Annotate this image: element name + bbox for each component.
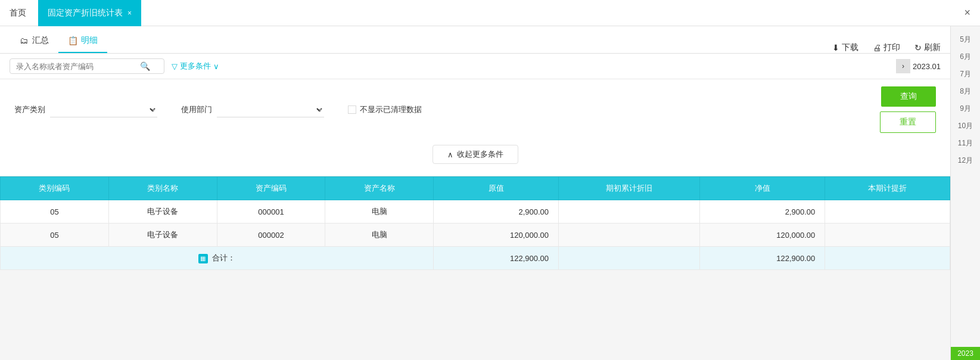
- filter-more-button[interactable]: ▽ 更多条件 ∨: [172, 61, 219, 72]
- total-icon: ▦: [198, 254, 208, 263]
- reset-button[interactable]: 重置: [880, 111, 936, 133]
- month-item[interactable]: 11月: [958, 135, 973, 152]
- month-item[interactable]: 12月: [958, 152, 973, 169]
- table-header-row: 类别编码 类别名称 资产编码 资产名称 原值 期初累计折旧 净值 本期计提折: [1, 177, 950, 200]
- filter-more-label: 更多条件: [180, 61, 211, 72]
- cell-asset-code: 000001: [217, 200, 325, 224]
- filter-icon: ▽: [172, 62, 178, 71]
- col-current-depreciation: 本期计提折: [825, 177, 950, 200]
- right-panel: 5月6月7月8月9月10月11月12月 2023: [950, 26, 980, 360]
- date-nav: › 2023.01: [896, 59, 941, 73]
- month-item[interactable]: 6月: [958, 48, 973, 66]
- department-field: 使用部门: [181, 102, 324, 117]
- asset-category-label: 资产类别: [14, 104, 45, 115]
- tab-detail[interactable]: 📋 明细: [58, 29, 107, 53]
- search-icon: 🔍: [140, 61, 150, 71]
- col-category-code: 类别编码: [1, 177, 109, 200]
- hide-cleared-checkbox[interactable]: [348, 105, 356, 114]
- refresh-icon: ↻: [914, 43, 922, 52]
- filter-row: 资产类别 使用部门 不显示已清理数据: [14, 86, 936, 133]
- print-icon: 🖨: [873, 43, 881, 52]
- total-original-value: 122,900.00: [434, 247, 559, 270]
- total-accumulated: [559, 247, 700, 270]
- print-button[interactable]: 🖨 打印: [873, 42, 900, 53]
- asset-category-field: 资产类别: [14, 102, 157, 117]
- table-row: 05 电子设备 000002 电脑 120,000.00 120,000.00: [1, 224, 950, 247]
- col-net-value: 净值: [700, 177, 825, 200]
- download-icon: ⬇: [832, 43, 839, 52]
- cell-current-depreciation: [825, 224, 950, 247]
- month-item[interactable]: 7月: [958, 66, 973, 83]
- refresh-label: 刷新: [924, 42, 941, 53]
- active-tab[interactable]: 固定资产折旧统计表 ×: [38, 0, 141, 26]
- data-table: 类别编码 类别名称 资产编码 资产名称 原值 期初累计折旧 净值 本期计提折 0…: [0, 176, 950, 270]
- download-button[interactable]: ⬇ 下载: [832, 42, 858, 53]
- top-nav: 首页 固定资产折旧统计表 × ×: [0, 0, 980, 26]
- asset-category-select[interactable]: [50, 102, 157, 117]
- year-badge: 2023: [951, 347, 980, 360]
- total-label-cell: ▦ 合计：: [1, 247, 434, 270]
- month-item[interactable]: 10月: [958, 117, 973, 135]
- date-label: 2023.01: [913, 62, 941, 71]
- hide-cleared-label: 不显示已清理数据: [360, 104, 422, 115]
- cell-accumulated-depreciation: [559, 200, 700, 224]
- total-label: 合计：: [212, 253, 235, 262]
- cell-asset-code: 000002: [217, 224, 325, 247]
- total-row: ▦ 合计： 122,900.00 122,900.00: [1, 247, 950, 270]
- close-window-icon[interactable]: ×: [964, 7, 970, 19]
- col-asset-code: 资产编码: [217, 177, 325, 200]
- month-item[interactable]: 8月: [958, 83, 973, 100]
- nav-home[interactable]: 首页: [10, 8, 26, 18]
- cell-original-value: 2,900.00: [434, 200, 559, 224]
- col-original-value: 原值: [434, 177, 559, 200]
- cell-net-value: 2,900.00: [700, 200, 825, 224]
- total-net-value: 122,900.00: [700, 247, 825, 270]
- total-current-dep: [825, 247, 950, 270]
- sub-tabs: 🗂 汇总 📋 明细 ⬇ 下载 🖨 打印 ↻ 刷新: [0, 26, 950, 54]
- tab-summary-label: 汇总: [32, 35, 49, 46]
- filter-buttons: 查询 重置: [880, 86, 936, 133]
- cell-net-value: 120,000.00: [700, 224, 825, 247]
- search-input[interactable]: [16, 62, 135, 71]
- month-item[interactable]: 5月: [958, 31, 973, 48]
- hide-cleared-field: 不显示已清理数据: [348, 104, 422, 115]
- search-input-wrap: 🔍: [10, 58, 164, 74]
- query-button[interactable]: 查询: [881, 86, 936, 107]
- cell-category-code: 05: [1, 200, 109, 224]
- filter-area: 资产类别 使用部门 不显示已清理数据: [0, 79, 950, 176]
- tab-detail-label: 明细: [81, 35, 98, 46]
- cell-category-name: 电子设备: [108, 200, 217, 224]
- search-bar: 🔍 ▽ 更多条件 ∨ › 2023.01: [0, 54, 950, 79]
- table-wrap: 类别编码 类别名称 资产编码 资产名称 原值 期初累计折旧 净值 本期计提折 0…: [0, 176, 950, 270]
- col-category-name: 类别名称: [108, 177, 217, 200]
- collapse-button[interactable]: ∧ 收起更多条件: [433, 145, 518, 164]
- filter-chevron-icon: ∨: [213, 62, 219, 71]
- col-accumulated-depreciation: 期初累计折旧: [559, 177, 700, 200]
- collapse-icon: ∧: [447, 150, 453, 159]
- cell-category-name: 电子设备: [108, 224, 217, 247]
- tab-label: 固定资产折旧统计表: [48, 8, 123, 18]
- summary-icon: 🗂: [19, 36, 29, 45]
- print-label: 打印: [883, 42, 900, 53]
- cell-accumulated-depreciation: [559, 224, 700, 247]
- cell-current-depreciation: [825, 200, 950, 224]
- months-container: 5月6月7月8月9月10月11月12月: [958, 31, 973, 169]
- collapse-label: 收起更多条件: [457, 149, 503, 160]
- tab-summary[interactable]: 🗂 汇总: [10, 29, 58, 53]
- tab-close-icon[interactable]: ×: [127, 9, 132, 17]
- cell-asset-name: 电脑: [325, 200, 434, 224]
- toolbar-right: ⬇ 下载 🖨 打印 ↻ 刷新: [832, 42, 941, 53]
- col-asset-name: 资产名称: [325, 177, 434, 200]
- date-prev-arrow[interactable]: ›: [896, 59, 910, 73]
- asset-category-select-wrap: [50, 102, 157, 117]
- month-item[interactable]: 9月: [958, 100, 973, 117]
- department-select[interactable]: [217, 102, 324, 117]
- table-row: 05 电子设备 000001 电脑 2,900.00 2,900.00: [1, 200, 950, 224]
- department-label: 使用部门: [181, 104, 212, 115]
- refresh-button[interactable]: ↻ 刷新: [914, 42, 941, 53]
- cell-asset-name: 电脑: [325, 224, 434, 247]
- cell-category-code: 05: [1, 224, 109, 247]
- cell-original-value: 120,000.00: [434, 224, 559, 247]
- detail-icon: 📋: [68, 36, 77, 45]
- download-label: 下载: [842, 42, 858, 53]
